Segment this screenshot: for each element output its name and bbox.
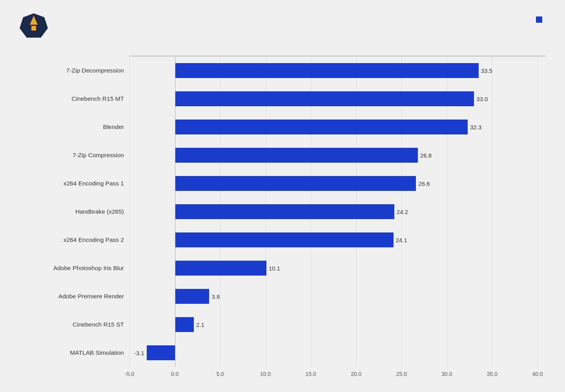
bar bbox=[175, 176, 416, 191]
bar-row: Blender32.3 bbox=[20, 113, 545, 141]
x-tick-label: 0.0 bbox=[171, 371, 179, 377]
logo-icon bbox=[20, 12, 48, 40]
bar-area: 24.2 bbox=[129, 198, 538, 226]
bar-value-label: 26.6 bbox=[418, 180, 430, 187]
legend-color-box bbox=[536, 16, 542, 23]
bar-label: 7-Zip Decompression bbox=[20, 67, 129, 74]
legend bbox=[536, 16, 545, 23]
bar-area: 2.1 bbox=[129, 310, 538, 339]
bar-area: 26.8 bbox=[129, 141, 538, 169]
bar bbox=[175, 63, 479, 78]
bar-value-label: 26.8 bbox=[420, 152, 432, 159]
bar bbox=[175, 317, 194, 332]
bar-area: 33.0 bbox=[129, 85, 538, 113]
bar bbox=[147, 345, 175, 360]
header-left bbox=[20, 12, 54, 40]
bar-area: 10.1 bbox=[129, 254, 538, 282]
bar-label: x264 Encoding Pass 2 bbox=[20, 236, 129, 243]
bar-label: 7-Zip Compression bbox=[20, 152, 129, 159]
bar bbox=[175, 289, 210, 304]
x-tick-label: -5.0 bbox=[125, 371, 134, 377]
bar-row: x264 Encoding Pass 126.6 bbox=[20, 169, 545, 198]
x-tick-label: 20.0 bbox=[351, 371, 361, 377]
x-tick-label: 35.0 bbox=[487, 371, 498, 377]
x-tick-label: 40.0 bbox=[532, 371, 543, 377]
bar-value-label: -3.1 bbox=[134, 350, 144, 356]
bar-value-label: 2.1 bbox=[196, 321, 204, 328]
chart-container: 7-Zip Decompression33.5Cinebench R15 MT3… bbox=[20, 0, 545, 390]
bar-label: Adobe Photoshop Iris Blur bbox=[20, 265, 129, 272]
bar-area: 24.1 bbox=[129, 226, 538, 254]
bar bbox=[175, 148, 418, 163]
header bbox=[20, 8, 545, 44]
bars-container: 7-Zip Decompression33.5Cinebench R15 MT3… bbox=[20, 56, 545, 367]
x-tick-label: 25.0 bbox=[396, 371, 407, 377]
x-tick-label: 30.0 bbox=[441, 371, 452, 377]
bar-value-label: 10.1 bbox=[269, 265, 280, 272]
bar-value-label: 33.0 bbox=[476, 96, 488, 102]
svg-rect-2 bbox=[31, 26, 36, 31]
bar-area: 26.6 bbox=[129, 169, 538, 198]
bar-row: Cinebench R15 ST2.1 bbox=[20, 310, 545, 339]
bar bbox=[175, 204, 394, 219]
x-axis-labels: -5.00.05.010.015.020.025.030.035.040.0 bbox=[129, 371, 545, 383]
x-tick-label: 10.0 bbox=[260, 371, 271, 377]
bar bbox=[175, 91, 474, 106]
bar-row: 7-Zip Decompression33.5 bbox=[20, 56, 545, 85]
x-tick-label: 5.0 bbox=[216, 371, 224, 377]
bar-label: Cinebench R15 MT bbox=[20, 95, 129, 102]
bar-value-label: 33.5 bbox=[481, 67, 492, 74]
bar-area: 33.5 bbox=[129, 56, 538, 85]
bar-label: Cinebench R15 ST bbox=[20, 321, 129, 328]
bar-area: 32.3 bbox=[129, 113, 538, 141]
bar-value-label: 24.2 bbox=[397, 209, 408, 215]
chart-area: 7-Zip Decompression33.5Cinebench R15 MT3… bbox=[20, 56, 545, 383]
bar-label: Blender bbox=[20, 123, 129, 131]
bar bbox=[175, 120, 468, 134]
bar-label: x264 Encoding Pass 1 bbox=[20, 180, 129, 187]
bar-label: Adobe Premiere Render bbox=[20, 293, 129, 300]
bar-row: 7-Zip Compression26.8 bbox=[20, 141, 545, 169]
bar-row: Handbrake (x265)24.2 bbox=[20, 198, 545, 226]
x-tick-label: 15.0 bbox=[306, 371, 316, 377]
bar-area: 3.8 bbox=[129, 282, 538, 310]
header-right bbox=[536, 12, 545, 23]
bar-label: MATLAB Simulation bbox=[20, 349, 129, 356]
bar bbox=[175, 261, 266, 276]
bar-area: -3.1 bbox=[129, 339, 538, 367]
bar-row: Adobe Photoshop Iris Blur10.1 bbox=[20, 254, 545, 282]
bar-row: MATLAB Simulation-3.1 bbox=[20, 339, 545, 367]
bar-value-label: 32.3 bbox=[470, 124, 481, 131]
bar bbox=[175, 232, 394, 247]
bar-row: Adobe Premiere Render3.8 bbox=[20, 282, 545, 310]
bar-value-label: 3.8 bbox=[211, 293, 220, 300]
bar-row: Cinebench R15 MT33.0 bbox=[20, 85, 545, 113]
bar-row: x264 Encoding Pass 224.1 bbox=[20, 226, 545, 254]
x-axis: -5.00.05.010.015.020.025.030.035.040.0 bbox=[20, 371, 545, 383]
bar-value-label: 24.1 bbox=[396, 237, 407, 243]
bar-label: Handbrake (x265) bbox=[20, 208, 129, 215]
